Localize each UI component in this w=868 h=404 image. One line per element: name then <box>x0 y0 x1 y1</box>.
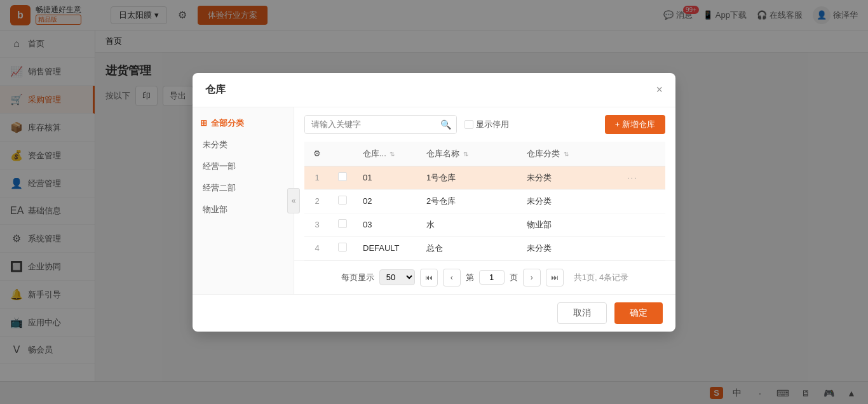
page-size-label: 每页显示 <box>341 272 374 283</box>
row-checkbox-visual-0 <box>338 172 347 181</box>
grid-icon: ⊞ <box>200 118 207 128</box>
search-icon-button[interactable]: 🔍 <box>435 116 456 133</box>
table-row[interactable]: 2 02 2号仓库 未分类 <box>304 189 665 213</box>
category-item-3[interactable]: 物业部 <box>193 199 294 220</box>
page-size-select[interactable]: 50 10 20 100 <box>379 269 415 285</box>
category-item-1[interactable]: 经营一部 <box>193 156 294 177</box>
row-num-0: 1 <box>304 166 330 189</box>
search-box: 🔍 <box>304 115 457 134</box>
row-checkbox-2[interactable] <box>330 213 355 236</box>
col-settings: ⚙ <box>304 142 330 166</box>
col-name: 仓库名称 ⇅ <box>419 142 519 166</box>
row-checkbox-visual-2 <box>338 219 347 228</box>
first-page-button[interactable]: ⏮ <box>420 269 438 286</box>
row-actions-0: ··· <box>620 166 665 189</box>
page-word: 第 <box>466 272 474 283</box>
show-disabled-checkbox-visual <box>465 120 473 129</box>
row-code-3: DEFAULT <box>355 236 419 260</box>
col-category: 仓库分类 ⇅ <box>519 142 620 166</box>
row-category-0: 未分类 <box>519 166 620 189</box>
row-actions-3 <box>620 236 665 260</box>
table-row[interactable]: 3 03 水 物业部 <box>304 213 665 236</box>
show-disabled-text: 显示停用 <box>476 119 509 130</box>
warehouse-modal: 仓库 × ⊞ 全部分类 未分类经营一部经营二部物业部 « <box>193 73 675 332</box>
modal-body: ⊞ 全部分类 未分类经营一部经营二部物业部 « 🔍 <box>193 107 675 294</box>
page-number-input[interactable] <box>479 270 505 285</box>
row-checkbox-visual-3 <box>338 243 347 252</box>
row-code-0: 01 <box>355 166 419 189</box>
row-name-1: 2号仓库 <box>419 189 519 213</box>
last-page-button[interactable]: ⏭ <box>546 269 564 286</box>
row-category-2: 物业部 <box>519 213 620 236</box>
warehouse-table-container: ⚙ 仓库... ⇅ 仓库名称 ⇅ 仓库分类 ⇅ 1 01 1号仓库 未分类 · <box>294 142 675 260</box>
category-all[interactable]: ⊞ 全部分类 <box>193 112 294 134</box>
search-input[interactable] <box>305 116 435 133</box>
row-code-1: 02 <box>355 189 419 213</box>
warehouse-table: ⚙ 仓库... ⇅ 仓库名称 ⇅ 仓库分类 ⇅ 1 01 1号仓库 未分类 · <box>304 142 665 260</box>
row-num-1: 2 <box>304 189 330 213</box>
modal-header: 仓库 × <box>193 73 675 107</box>
category-item-0[interactable]: 未分类 <box>193 134 294 156</box>
row-actions-1 <box>620 189 665 213</box>
category-items: 未分类经营一部经营二部物业部 <box>193 134 294 220</box>
modal-title: 仓库 <box>205 83 226 97</box>
category-collapse-button[interactable]: « <box>287 188 300 213</box>
table-area: 🔍 显示停用 + 新增仓库 ⚙ <box>294 107 675 294</box>
cancel-button[interactable]: 取消 <box>557 302 607 324</box>
page-total-info: 共1页, 4条记录 <box>574 272 629 283</box>
prev-page-button[interactable]: ‹ <box>443 269 461 286</box>
page-label: 页 <box>510 272 518 283</box>
table-row[interactable]: 1 01 1号仓库 未分类 ··· <box>304 166 665 189</box>
add-warehouse-button[interactable]: + 新增仓库 <box>605 115 665 134</box>
warehouse-table-body: 1 01 1号仓库 未分类 ··· 2 02 2号仓库 未分类 3 03 水 物… <box>304 166 665 260</box>
confirm-button[interactable]: 确定 <box>614 302 663 324</box>
col-actions <box>620 142 665 166</box>
col-checkbox <box>330 142 355 166</box>
category-sidebar: ⊞ 全部分类 未分类经营一部经营二部物业部 « <box>193 107 294 294</box>
row-name-3: 总仓 <box>419 236 519 260</box>
row-checkbox-3[interactable] <box>330 236 355 260</box>
category-all-label: 全部分类 <box>211 118 244 129</box>
row-checkbox-0[interactable] <box>330 166 355 189</box>
modal-close-button[interactable]: × <box>656 84 663 95</box>
row-category-3: 未分类 <box>519 236 620 260</box>
row-actions-2 <box>620 213 665 236</box>
modal-footer: 取消 确定 <box>193 294 675 332</box>
table-toolbar: 🔍 显示停用 + 新增仓库 <box>294 107 675 142</box>
next-page-button[interactable]: › <box>523 269 541 286</box>
row-name-2: 水 <box>419 213 519 236</box>
table-header: ⚙ 仓库... ⇅ 仓库名称 ⇅ 仓库分类 ⇅ <box>304 142 665 166</box>
row-checkbox-visual-1 <box>338 196 347 205</box>
col-code: 仓库... ⇅ <box>355 142 419 166</box>
show-disabled-label[interactable]: 显示停用 <box>465 119 509 130</box>
category-item-2[interactable]: 经营二部 <box>193 177 294 199</box>
modal-backdrop: 仓库 × ⊞ 全部分类 未分类经营一部经营二部物业部 « <box>0 0 868 404</box>
row-menu-icon[interactable]: ··· <box>627 173 638 182</box>
row-num-3: 4 <box>304 236 330 260</box>
row-name-0: 1号仓库 <box>419 166 519 189</box>
pagination: 每页显示 50 10 20 100 ⏮ ‹ 第 页 › ⏭ 共1页, 4条记录 <box>294 260 675 294</box>
row-category-1: 未分类 <box>519 189 620 213</box>
table-row[interactable]: 4 DEFAULT 总仓 未分类 <box>304 236 665 260</box>
collapse-icon: « <box>292 196 296 205</box>
row-code-2: 03 <box>355 213 419 236</box>
row-checkbox-1[interactable] <box>330 189 355 213</box>
row-num-2: 3 <box>304 213 330 236</box>
